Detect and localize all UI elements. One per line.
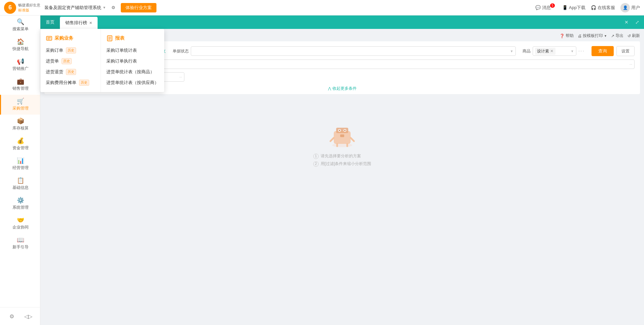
sidebar-item-guide[interactable]: 📖 新手引导 — [0, 234, 40, 253]
sidebar-item-finance[interactable]: 💰 资金管理 — [0, 134, 40, 154]
report-col-header: 报表 — [101, 33, 164, 45]
print-btn[interactable]: 🖨 按模板打印 ▼ — [578, 33, 607, 39]
sidebar-item-system[interactable]: ⚙️ 系统管理 — [0, 194, 40, 214]
stock-in-stats-supplier-item[interactable]: 进货单统计表（按供应商） — [101, 77, 164, 88]
svg-point-6 — [344, 130, 346, 131]
home-icon: 🏠 — [17, 39, 24, 45]
avatar: 👤 — [620, 3, 630, 12]
headset-icon: 🎧 — [591, 5, 596, 10]
goods-arrow-icon: ▼ — [571, 49, 574, 53]
tip-num-2: 2 — [313, 161, 319, 167]
logo-icon: 6 — [4, 2, 16, 14]
sidebar-item-search[interactable]: 🔍 搜索菜单 — [0, 15, 40, 35]
system-area: 装备及固定资产辅助管理系统 ▼ ⚙ 体验行业方案 — [44, 3, 535, 12]
collapse-up-icon: ⋀ — [328, 86, 331, 91]
help-icon: ❓ — [560, 34, 565, 38]
guide-icon: 📖 — [17, 237, 24, 243]
sidebar-item-operations[interactable]: 📊 经营管理 — [0, 154, 40, 174]
return-goods-item[interactable]: 进货退货 历史 — [40, 67, 101, 77]
sidebar-item-enterprise[interactable]: 🤝 企业协同 — [0, 214, 40, 234]
tab-maximize-btn[interactable]: ⤢ — [633, 18, 641, 26]
bill-status-select[interactable]: ▼ — [191, 46, 516, 56]
system-name: 装备及固定资产辅助管理系统 ▼ — [44, 5, 106, 11]
purchase-cost-item[interactable]: 采购费用分摊单 历史 — [40, 77, 101, 88]
goods-label: 商品 — [523, 48, 531, 54]
purchase-col-icon — [46, 35, 52, 42]
stock-in-badge: 历史 — [62, 58, 72, 64]
settings-result-btn[interactable]: 设置 — [616, 46, 635, 56]
svg-rect-8 — [46, 36, 52, 40]
empty-illustration — [325, 121, 359, 148]
top-bar-right: 💬 消息 5 📱 App下载 🎧 在线客服 👤 用户 — [535, 3, 640, 12]
phone-icon: 📱 — [562, 5, 568, 10]
print-icon: 🖨 — [578, 34, 582, 38]
purchase-col: 采购业务 采购订单 历史 进货单 历史 进货退货 历史 采购费用分摊单 历史 — [40, 29, 101, 92]
tab-bar-right: ✕ ⤢ — [620, 15, 644, 29]
sidebar-collapse-btn[interactable]: ◁▷ — [23, 311, 34, 322]
system-icon: ⚙️ — [17, 197, 24, 203]
help-btn[interactable]: ❓ 帮助 — [560, 33, 574, 39]
system-dropdown-arrow[interactable]: ▼ — [103, 6, 106, 9]
logo-area: 6 畅捷通好生意 标准版 — [4, 2, 44, 14]
goods-more-btn[interactable]: ··· — [578, 48, 585, 54]
sidebar: 🔍 搜索菜单 🏠 快捷导航 📢 营销推广 💼 销售管理 🛒 采购管理 📦 库存核… — [0, 15, 40, 325]
inventory-icon: 📦 — [17, 118, 24, 124]
purchase-order-item[interactable]: 采购订单 历史 — [40, 45, 101, 56]
search-icon: 🔍 — [17, 19, 24, 25]
tab-sales-rank[interactable]: 销售排行榜 ✕ — [60, 17, 98, 29]
messages-btn[interactable]: 💬 消息 5 — [535, 5, 557, 11]
export-icon: ↗ — [611, 34, 614, 38]
message-icon: 💬 — [535, 5, 541, 10]
sidebar-item-marketing[interactable]: 📢 营销推广 — [0, 55, 40, 75]
tab-minimize-btn[interactable]: ✕ — [622, 18, 631, 26]
sidebar-settings-btn[interactable]: ⚙ — [6, 311, 17, 322]
bill-status-arrow-icon: ▼ — [510, 49, 513, 53]
message-badge: 5 — [550, 3, 555, 8]
settings-icon-btn[interactable]: ⚙ — [109, 3, 118, 12]
stock-in-stats-goods-item[interactable]: 进货单统计表（按商品） — [101, 67, 164, 77]
online-service-btn[interactable]: 🎧 在线客服 — [591, 5, 615, 11]
tab-close-icon[interactable]: ✕ — [89, 21, 92, 25]
purchase-icon: 🛒 — [17, 98, 24, 104]
finance-icon: 💰 — [17, 138, 24, 144]
purchase-order-exec-item[interactable]: 采购订单执行表 — [101, 56, 164, 67]
tip-num-1: 1 — [313, 154, 319, 159]
empty-state: 1 请先选择要分析的方案 2 用[过滤]条件来缩小分析范围 — [44, 94, 640, 196]
tab-home[interactable]: 首页 — [40, 15, 60, 29]
purchase-order-stats-item[interactable]: 采购订单统计表 — [101, 45, 164, 56]
report-col-icon — [106, 35, 113, 42]
purchase-order-badge: 历史 — [66, 47, 76, 53]
purchase-col-header: 采购业务 — [40, 33, 101, 45]
basic-info-icon: 📋 — [17, 177, 24, 184]
sidebar-item-basic-info[interactable]: 📋 基础信息 — [0, 174, 40, 194]
sidebar-item-inventory[interactable]: 📦 库存核算 — [0, 115, 40, 134]
sidebar-item-purchase[interactable]: 🛒 采购管理 — [0, 95, 40, 115]
top-bar: 6 畅捷通好生意 标准版 装备及固定资产辅助管理系统 ▼ ⚙ 体验行业方案 💬 … — [0, 0, 644, 15]
purchase-dropdown-menu: 采购业务 采购订单 历史 进货单 历史 进货退货 历史 采购费用分摊单 历史 — [40, 29, 164, 92]
svg-rect-7 — [340, 134, 344, 137]
industry-btn[interactable]: 体验行业方案 — [121, 3, 156, 12]
goods-select[interactable]: 设计素 ✕ ▼ — [533, 46, 576, 56]
refresh-btn[interactable]: ↺ 刷新 — [628, 33, 640, 39]
app-download-btn[interactable]: 📱 App下载 — [562, 5, 585, 11]
sidebar-item-home[interactable]: 🏠 快捷导航 — [0, 35, 40, 55]
export-btn[interactable]: ↗ 导出 — [611, 33, 623, 39]
goods-tag-close[interactable]: ✕ — [550, 49, 553, 53]
stock-in-item[interactable]: 进货单 历史 — [40, 56, 101, 67]
sidebar-item-sales[interactable]: 💼 销售管理 — [0, 75, 40, 95]
search-btn[interactable]: 查询 — [592, 46, 614, 56]
bill-status-label: 单据状态 — [173, 48, 189, 54]
print-arrow-icon: ▼ — [604, 34, 607, 38]
user-btn[interactable]: 👤 用户 — [620, 3, 640, 12]
refresh-icon: ↺ — [628, 34, 631, 38]
empty-tips-list: 1 请先选择要分析的方案 2 用[过滤]条件来缩小分析范围 — [313, 153, 371, 169]
logo-text: 畅捷通好生意 标准版 — [18, 3, 40, 12]
svg-point-5 — [339, 130, 340, 131]
report-col: 报表 采购订单统计表 采购订单执行表 进货单统计表（按商品） 进货单统计表（按供… — [101, 29, 164, 92]
customer-more-icon: ··· — [179, 75, 182, 79]
svg-rect-2 — [336, 128, 348, 133]
enterprise-icon: 🤝 — [17, 217, 24, 223]
goods-tag: 设计素 ✕ — [535, 48, 556, 55]
sales-icon: 💼 — [17, 78, 24, 84]
salesperson-input[interactable]: ··· — [129, 59, 635, 69]
